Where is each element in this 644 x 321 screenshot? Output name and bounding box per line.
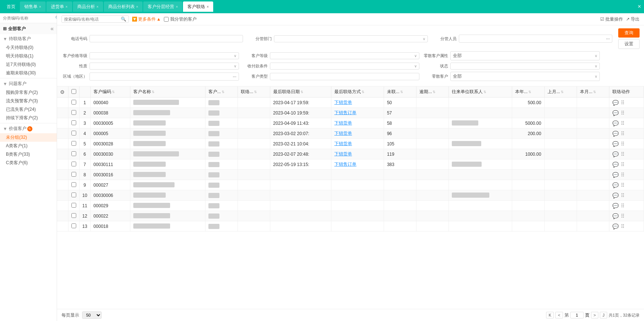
search-icon-filter[interactable]: 🔍 [121,17,126,22]
more-action-btn[interactable]: ⠿ [621,100,624,106]
more-action-btn[interactable]: ⠿ [621,120,624,126]
customer-type-input[interactable] [270,73,419,80]
tab-product-analysis-list[interactable]: 商品分析列表 × [104,1,143,12]
sidebar-item-churn-warning[interactable]: 流失预警客户(3) [0,97,57,105]
contact-action-btn[interactable]: 💬 [612,213,619,219]
sidebar-item-7day-contact[interactable]: 近7天待联络(0) [0,60,57,69]
export-btn[interactable]: ↗ 导出 [626,16,640,22]
contact-action-btn[interactable]: 💬 [612,182,619,188]
row-checkbox[interactable] [71,193,76,197]
phone-input[interactable] [89,35,243,42]
contact-action-btn[interactable]: 💬 [612,223,619,229]
refresh-icon[interactable]: ↻ [27,126,32,131]
customer-level-select[interactable]: ∨ [270,52,419,59]
prev-page-btn[interactable]: < [555,312,563,318]
all-customers-header[interactable]: ⊞ 全部客户 « [0,23,57,34]
contact-type-link[interactable]: 下销货单 [334,151,352,156]
close-customer-strat-tab[interactable]: × [176,5,178,9]
sort-icon-date[interactable]: ⇅ [300,90,303,94]
last-page-btn[interactable]: J [600,312,607,318]
tab-product-analysis[interactable]: 商品分析 × [73,1,103,12]
row-checkbox[interactable] [71,162,76,166]
my-customers-checkbox[interactable] [164,17,169,22]
contact-type-link[interactable]: 下销货单 [334,141,352,146]
more-action-btn[interactable]: ⠿ [621,110,624,116]
close-product-analysis-tab[interactable]: × [96,5,99,9]
sidebar-item-class-b[interactable]: B类客户(33) [0,150,57,159]
contact-action-btn[interactable]: 💬 [612,172,619,178]
sidebar-item-class-c[interactable]: C类客户(6) [0,159,57,167]
page-input[interactable] [570,312,584,318]
more-action-btn[interactable]: ⠿ [621,151,624,157]
more-action-btn[interactable]: ⠿ [621,131,624,137]
sidebar-item-unclassified[interactable]: 未分组(32) [0,133,57,142]
row-checkbox[interactable] [71,151,76,156]
sort-icon-contact[interactable]: ⇅ [254,90,257,94]
group-problem-customer[interactable]: ▼ 问题客户 [0,79,57,88]
more-action-btn[interactable]: ⠿ [621,172,624,178]
close-sales-order-tab[interactable]: × [39,5,41,9]
sidebar-item-churned[interactable]: 已流失客户(24) [0,105,57,114]
sidebar-item-hoarding-abnormal[interactable]: 囤购异常客户(2) [0,88,57,97]
tab-customer-stratification[interactable]: 客户分层经营 × [143,1,182,12]
column-settings-btn[interactable]: ⚙ [60,89,65,95]
sort-icon-code[interactable]: ⇅ [112,90,115,94]
tab-sales-order[interactable]: 销售单 × [20,1,46,12]
sidebar-item-class-a[interactable]: A类客户(1) [0,142,57,150]
sidebar-item-tomorrow-contact[interactable]: 明天待联络(1) [0,52,57,60]
contact-action-btn[interactable]: 💬 [612,110,619,116]
row-checkbox[interactable] [71,100,76,105]
first-page-btn[interactable]: K [546,312,554,318]
contact-type-link[interactable]: 下销货单 [334,120,352,126]
contact-type-link[interactable]: 下销货单 [334,100,352,105]
page-size-select[interactable]: 50 10 20 100 [82,311,102,319]
contact-action-btn[interactable]: 💬 [612,120,619,126]
tab-purchase-order[interactable]: 进货单 × [46,1,72,12]
nature-select[interactable]: ∨ [89,63,239,70]
price-level-select[interactable]: ∨ [89,52,239,59]
contact-action-btn[interactable]: 💬 [612,203,619,209]
close-purchase-tab[interactable]: × [66,5,68,9]
sidebar-item-overdue-contact[interactable]: 逾期未联络(30) [0,69,57,77]
payment-select[interactable]: ∨ [270,63,419,70]
select-all-checkbox[interactable] [71,89,76,94]
sidebar-item-today-contact[interactable]: 今天待联络(0) [0,43,57,52]
sort-icon-overdue[interactable]: ⇅ [433,90,436,94]
contact-type-link[interactable]: 下销货单 [334,131,352,136]
scatter-customer-select[interactable]: 全部 ∨ [450,72,600,81]
row-checkbox[interactable] [71,203,76,208]
contact-action-btn[interactable]: 💬 [612,151,619,157]
contact-action-btn[interactable]: 💬 [612,131,619,137]
home-tab[interactable]: 首页 [3,4,19,10]
more-action-btn[interactable]: ⠿ [621,193,624,198]
contact-type-link[interactable]: 下销售订单 [334,162,356,167]
sidebar-search-input[interactable] [3,16,54,20]
sort-icon-year[interactable]: ⇅ [528,90,531,94]
more-action-btn[interactable]: ⠿ [621,223,624,229]
status-select[interactable]: ∨ [450,63,600,70]
region-select[interactable]: ··· [89,73,239,81]
contact-action-btn[interactable]: 💬 [612,193,619,198]
group-pending-contact[interactable]: ▼ 待联络客户 [0,34,57,43]
more-action-btn[interactable]: ⠿ [621,203,624,209]
sort-icon-this-month[interactable]: ⇅ [593,90,596,94]
close-product-analysis-list-tab[interactable]: × [136,5,138,9]
query-btn[interactable]: 查询 [618,28,640,38]
dept-select[interactable]: ∨ [274,35,427,42]
next-page-btn[interactable]: > [591,312,598,318]
sort-icon-person[interactable]: ⇅ [483,90,486,94]
more-action-btn[interactable]: ⠿ [621,141,624,147]
sort-icon-type[interactable]: ⇅ [222,90,225,94]
search-input[interactable] [64,17,119,21]
contact-action-btn[interactable]: 💬 [612,141,619,147]
group-value-customer[interactable]: ▼ 价值客户 ↻ [0,124,57,133]
sort-icon-not-contacted[interactable]: ⇅ [400,90,403,94]
more-conditions-btn[interactable]: 🔽 更多条件 ▲ [132,16,161,22]
row-checkbox[interactable] [71,141,76,146]
sort-icon-last-month[interactable]: ⇅ [561,90,564,94]
row-checkbox[interactable] [71,120,76,125]
more-action-btn[interactable]: ⠿ [621,182,624,188]
more-action-btn[interactable]: ⠿ [621,162,624,167]
tab-customer-contact[interactable]: 客户联络 × [183,1,213,12]
contact-type-link[interactable]: 下销售订单 [334,110,356,115]
